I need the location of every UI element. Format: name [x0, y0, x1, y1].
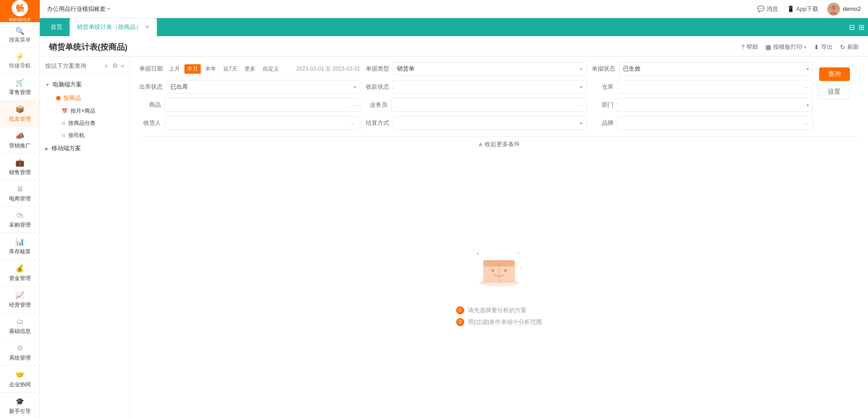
date-range-text: 2023-03-01 至 2023-03-31 — [296, 65, 360, 73]
svg-point-8 — [504, 269, 507, 272]
tree-item-by-month-goods[interactable]: 📅 按月+商品 — [45, 105, 130, 117]
type-select[interactable]: 销货单 ▾ — [393, 62, 587, 76]
collapse-btn[interactable]: ∧ 收起更多条件 — [478, 140, 520, 148]
salesman-input[interactable]: ··· — [391, 98, 587, 112]
sidebar-item-ecom[interactable]: 🖥 电商管理 — [0, 180, 39, 207]
sidebar-item-operation[interactable]: 📈 经营管理 — [0, 286, 39, 313]
message-btn[interactable]: 💬 消息 — [757, 5, 778, 13]
svg-text:✦: ✦ — [519, 266, 523, 270]
sidebar-item-marketing[interactable]: 📣 营销推广 — [0, 127, 39, 154]
sidebar-retail-label: 零售管理 — [9, 89, 31, 96]
brand-input[interactable]: ··· — [617, 116, 813, 130]
tree-item-by-goods[interactable]: 按商品 — [45, 91, 130, 105]
dept-select[interactable]: ▾ — [617, 98, 813, 112]
date-presets: 上月 本月 本年 近7天 更多 自定义 — [166, 64, 282, 74]
tab-minimize-btn[interactable]: ⊟ — [849, 23, 855, 32]
sidebar-item-finance[interactable]: 💰 资金管理 — [0, 260, 39, 286]
sidebar-item-wholesale[interactable]: 📦 批发管理 — [0, 100, 39, 127]
warehouse-input[interactable]: ··· — [617, 80, 813, 94]
help-icon: ? — [741, 43, 745, 51]
settings-button[interactable]: 设置 — [818, 85, 850, 99]
tree-group-mobile[interactable]: ▶ 移动端方案 — [40, 142, 130, 155]
svg-text:✦: ✦ — [476, 251, 480, 257]
settle-arrow-icon: ▾ — [580, 121, 582, 126]
tabbar: 首页 销货单统计表（按商品） ✕ ⊟ ⊞ — [40, 18, 868, 36]
date-btn-last-month[interactable]: 上月 — [166, 64, 183, 74]
filter-date-cell: 单据日期 上月 本月 本年 近7天 更多 — [139, 62, 360, 76]
goods-label: 商品 — [139, 101, 165, 109]
tip-2-num: ② — [456, 318, 464, 326]
svg-text:✦: ✦ — [516, 250, 520, 255]
tree-mobile-label: 移动端方案 — [52, 144, 81, 152]
sidebar-basic-label: 基础信息 — [9, 328, 31, 335]
user-avatar — [827, 3, 840, 15]
page-header: 销货单统计表(按商品) ? 帮助 ▦ 按模板打印 ▾ ⬇ 导出 ↻ 刷新 — [40, 36, 868, 57]
sidebar-item-search[interactable]: 🔍 搜索菜单 — [0, 22, 39, 48]
date-btn-custom[interactable]: 自定义 — [260, 64, 282, 74]
sidebar-item-system[interactable]: ⚙ 系统管理 — [0, 339, 39, 366]
sidebar-ecom-label: 电商管理 — [9, 195, 31, 203]
left-panel-actions: ＋ ⚙ « — [103, 62, 124, 70]
type-label: 单据类型 — [366, 65, 393, 73]
export-label: 导出 — [821, 43, 833, 51]
tree-pc-arrow-icon: ▼ — [45, 82, 50, 87]
tree-item-by-cashier[interactable]: ⊟ 按司机 — [45, 129, 130, 142]
settings-scheme-btn[interactable]: ⚙ — [112, 62, 118, 70]
filter-receive-status-cell: 收款状态 ▾ — [366, 80, 587, 94]
user-menu[interactable]: demo2 — [827, 3, 861, 15]
tree-item-by-category[interactable]: ⊟ 按商品分类 — [45, 117, 130, 129]
out-status-select[interactable]: 已出库 ▾ — [166, 80, 360, 94]
date-btn-7days[interactable]: 近7天 — [221, 64, 240, 74]
filter-settle-cell: 结算方式 ▾ — [366, 116, 587, 130]
refresh-btn[interactable]: ↻ 刷新 — [840, 43, 859, 51]
sidebar-item-quick-nav[interactable]: ⚡ 快捷导航 — [0, 48, 39, 74]
tab-close-icon[interactable]: ✕ — [145, 24, 150, 30]
export-btn[interactable]: ⬇ 导出 — [814, 43, 833, 51]
tree-mobile-arrow-icon: ▶ — [45, 146, 49, 151]
print-label: 按模板打印 — [773, 43, 802, 51]
settle-select[interactable]: ▾ — [393, 116, 587, 130]
left-panel: 按以下方案查询 ＋ ⚙ « ▼ 电脑端方案 按商品 — [40, 57, 130, 418]
filter-out-status-cell: 出库状态 已出库 ▾ — [139, 80, 360, 94]
page-actions: ? 帮助 ▦ 按模板打印 ▾ ⬇ 导出 ↻ 刷新 — [741, 43, 859, 51]
export-icon: ⬇ — [814, 43, 819, 51]
sidebar-guide-label: 新手引导 — [9, 408, 31, 415]
logo-icon: 畅 — [12, 0, 28, 16]
sidebar-item-inventory[interactable]: 📊 库存核算 — [0, 233, 39, 260]
goods-input[interactable]: ··· — [165, 98, 360, 112]
receive-status-select[interactable]: ▾ — [393, 80, 587, 94]
sidebar-item-purchase[interactable]: 🛍 采购管理 — [0, 207, 39, 233]
tabbar-actions: ⊟ ⊞ — [849, 23, 868, 32]
sidebar-item-coop[interactable]: 🤝 企业协同 — [0, 366, 39, 393]
app-download-btn[interactable]: 📱 App下载 — [787, 5, 818, 13]
app-download-label: App下载 — [796, 5, 818, 13]
print-btn[interactable]: ▦ 按模板打印 ▾ — [765, 43, 807, 51]
empty-illustration: ✦ ✦ ✦ — [472, 244, 526, 295]
status-select[interactable]: 已生效 ▾ — [619, 62, 813, 76]
query-button[interactable]: 查询 — [819, 67, 850, 81]
content-area: 销货单统计表(按商品) ? 帮助 ▦ 按模板打印 ▾ ⬇ 导出 ↻ 刷新 — [40, 36, 868, 418]
tab-report[interactable]: 销货单统计表（按商品） ✕ — [70, 18, 157, 36]
tree-pc-label: 电脑端方案 — [52, 81, 82, 89]
help-btn[interactable]: ? 帮助 — [741, 43, 758, 51]
add-scheme-btn[interactable]: ＋ — [103, 62, 109, 70]
sidebar-item-retail[interactable]: 🛒 零售管理 — [0, 74, 39, 100]
tab-maximize-btn[interactable]: ⊞ — [859, 23, 864, 32]
tree-group-pc[interactable]: ▼ 电脑端方案 — [40, 78, 130, 91]
tab-home[interactable]: 首页 — [43, 18, 70, 36]
date-btn-this-year[interactable]: 本年 — [203, 64, 219, 74]
tab-report-label: 销货单统计表（按商品） — [77, 23, 142, 31]
date-btn-more[interactable]: 更多 — [242, 64, 258, 74]
sidebar-item-guide[interactable]: 🎓 新手引导 — [0, 393, 39, 418]
receiver-input[interactable]: ··· — [165, 116, 360, 130]
date-btn-this-month[interactable]: 本月 — [184, 64, 201, 74]
sidebar-item-basic[interactable]: 🗂 基础信息 — [0, 313, 39, 339]
content-with-panel: 按以下方案查询 ＋ ⚙ « ▼ 电脑端方案 按商品 — [40, 57, 868, 418]
filter-brand-cell: 品牌 ··· — [592, 116, 813, 130]
workspace-selector[interactable]: 办公用品行业模拟账套 ▾ — [47, 5, 757, 13]
tree-by-category-label: 按商品分类 — [68, 119, 95, 127]
sidebar-item-sales[interactable]: 💼 销售管理 — [0, 154, 39, 180]
page-title: 销货单统计表(按商品) — [49, 42, 127, 52]
collapse-panel-btn[interactable]: « — [121, 62, 124, 70]
sidebar-purchase-label: 采购管理 — [9, 221, 31, 229]
